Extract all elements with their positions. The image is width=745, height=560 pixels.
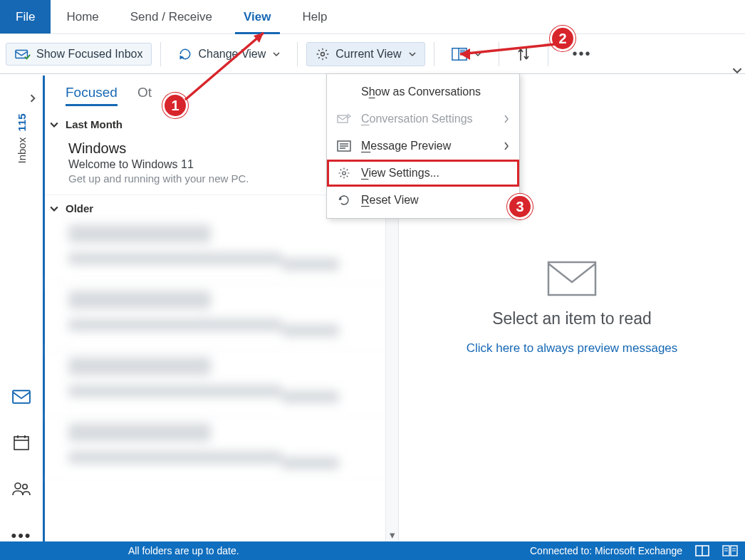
tab-file[interactable]: File — [0, 0, 51, 33]
status-folders: All folders are up to date. — [128, 545, 239, 556]
menu-label: Message Preview — [361, 140, 451, 152]
ribbon-view: Show Focused Inbox Change View Current V… — [0, 34, 745, 74]
svg-rect-18 — [548, 262, 595, 295]
mail-icon[interactable] — [12, 390, 31, 404]
menu-conversation-settings: Conversation Settings — [327, 105, 519, 133]
ribbon-separator — [548, 42, 548, 66]
mail-item[interactable] — [43, 217, 398, 284]
chevron-right-icon[interactable] — [28, 94, 37, 103]
undo-icon — [337, 194, 351, 207]
tab-home[interactable]: Home — [51, 0, 114, 33]
scroll-down-icon[interactable]: ▾ — [386, 529, 398, 541]
svg-rect-5 — [459, 49, 464, 53]
change-view-button[interactable]: Change View — [170, 43, 288, 66]
gear-icon — [337, 167, 351, 180]
menu-tabs: File Home Send / Receive View Help — [0, 0, 745, 34]
svg-point-2 — [321, 52, 325, 56]
gear-icon — [316, 47, 330, 61]
menu-label: Conversation Settings — [361, 113, 473, 125]
preview-icon — [337, 140, 351, 152]
menu-message-preview[interactable]: Message Preview — [327, 133, 519, 160]
ribbon-separator — [297, 42, 298, 66]
menu-view-settings[interactable]: View Settings... — [327, 160, 519, 187]
reading-headline: Select an item to read — [492, 309, 652, 328]
mail-item[interactable] — [43, 284, 398, 350]
chevron-down-icon — [273, 51, 280, 58]
menu-label: Show as Conversations — [361, 85, 481, 98]
show-focused-inbox-label: Show Focused Inbox — [36, 48, 142, 61]
people-icon[interactable] — [12, 481, 31, 497]
ellipsis-icon: ••• — [566, 46, 599, 62]
ribbon-separator — [499, 42, 499, 66]
menu-label: Reset View — [361, 194, 419, 207]
chevron-right-icon — [504, 115, 509, 123]
envelope-icon — [547, 261, 597, 296]
chevron-down-icon — [409, 51, 416, 58]
group-label: Last Month — [66, 118, 123, 130]
current-view-dropdown: Show as Conversations Conversation Setti… — [326, 73, 520, 219]
compact-nav: Inbox 115 ••• — [0, 74, 43, 541]
svg-rect-6 — [13, 390, 30, 403]
view-reading-icon[interactable] — [722, 545, 738, 556]
chevron-down-icon — [50, 204, 58, 213]
inbox-count: 115 — [16, 113, 28, 131]
mail-item[interactable] — [43, 416, 398, 482]
chevron-down-icon — [474, 51, 481, 58]
menu-label: View Settings... — [361, 167, 439, 180]
status-bar: All folders are up to date. Connected to… — [0, 541, 745, 560]
calendar-icon[interactable] — [13, 434, 30, 451]
menu-show-as-conversations[interactable]: Show as Conversations — [327, 78, 519, 105]
nav-more-button[interactable]: ••• — [11, 527, 31, 545]
menu-reset-view[interactable]: Reset View — [327, 187, 519, 214]
refresh-icon — [178, 47, 192, 61]
change-view-label: Change View — [198, 48, 266, 61]
layout-button[interactable] — [443, 43, 490, 66]
sort-button[interactable] — [508, 42, 539, 66]
sort-arrows-icon — [516, 46, 531, 62]
tab-send-receive[interactable]: Send / Receive — [115, 0, 228, 33]
svg-point-17 — [23, 484, 27, 489]
layout-icon — [452, 47, 467, 61]
tab-view[interactable]: View — [228, 0, 286, 33]
ribbon-collapse-icon[interactable] — [732, 66, 742, 76]
current-view-label: Current View — [335, 48, 401, 61]
group-label: Older — [66, 202, 93, 214]
svg-point-16 — [15, 483, 21, 489]
ribbon-separator — [160, 42, 161, 66]
ribbon-separator — [434, 42, 434, 66]
tab-help[interactable]: Help — [287, 0, 343, 33]
view-normal-icon[interactable] — [695, 545, 709, 556]
inbox-folder-label[interactable]: Inbox 115 — [16, 113, 28, 163]
chevron-down-icon — [50, 120, 58, 129]
inbox-label: Inbox — [16, 138, 28, 164]
svg-rect-27 — [338, 115, 348, 123]
envelope-check-icon — [15, 48, 31, 61]
status-connected: Connected to: Microsoft Exchange — [530, 545, 682, 556]
tab-other[interactable]: Other — [137, 85, 152, 100]
conversation-icon — [337, 113, 351, 125]
tab-focused[interactable]: Focused — [66, 85, 118, 100]
always-preview-link[interactable]: Click here to always preview messages — [467, 341, 678, 356]
chevron-right-icon — [504, 142, 509, 150]
svg-point-32 — [343, 172, 346, 175]
mail-item[interactable] — [43, 350, 398, 416]
svg-rect-7 — [14, 437, 28, 450]
current-view-button[interactable]: Current View — [306, 42, 424, 66]
ribbon-more-button[interactable]: ••• — [557, 41, 608, 66]
show-focused-inbox-button[interactable]: Show Focused Inbox — [6, 43, 152, 66]
